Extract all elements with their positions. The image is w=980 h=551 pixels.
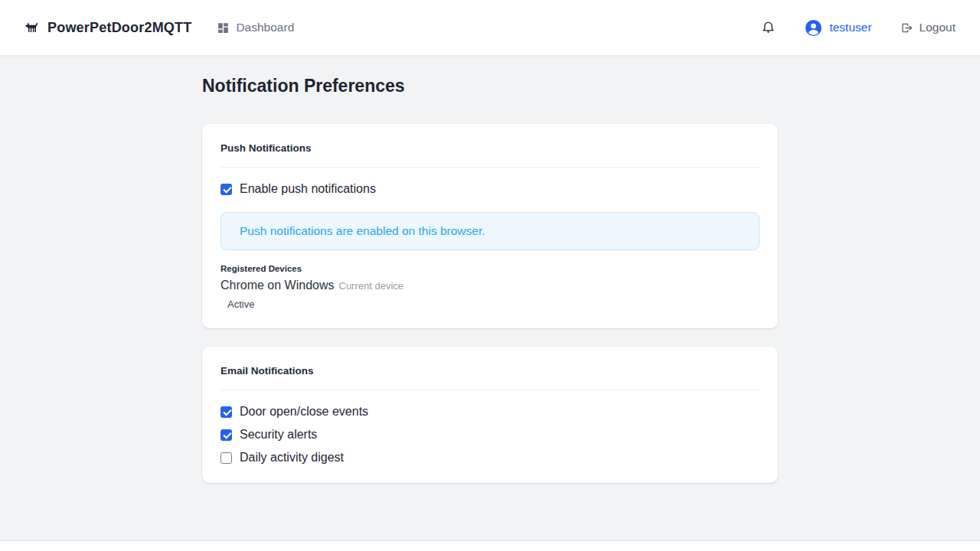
main-content: Notification Preferences Push Notificati… <box>0 56 980 540</box>
page-footer <box>0 540 980 551</box>
nav-dashboard-link[interactable]: Dashboard <box>217 21 294 34</box>
logout-button[interactable]: Logout <box>900 21 956 34</box>
email-notifications-card: Email Notifications Door open/close even… <box>202 347 778 483</box>
username: testuser <box>829 21 871 34</box>
security-alerts-label[interactable]: Security alerts <box>240 428 317 442</box>
security-alerts-checkbox[interactable] <box>220 429 232 441</box>
door-events-label[interactable]: Door open/close events <box>240 405 368 419</box>
app-header: PowerPetDoor2MQTT Dashboard <box>0 0 980 56</box>
brand: PowerPetDoor2MQTT <box>24 20 191 36</box>
notifications-bell-button[interactable] <box>760 20 776 36</box>
device-current-tag: Current device <box>339 280 404 292</box>
enable-push-row: Enable push notifications <box>220 182 760 196</box>
user-menu[interactable]: testuser <box>805 19 871 37</box>
brand-title: PowerPetDoor2MQTT <box>47 20 191 36</box>
user-avatar-icon <box>805 19 822 37</box>
email-option-row: Security alerts <box>220 428 760 442</box>
page-title: Notification Preferences <box>202 76 778 96</box>
registered-devices-label: Registered Devices <box>220 264 760 273</box>
daily-digest-label[interactable]: Daily activity digest <box>240 451 344 465</box>
email-option-row: Door open/close events <box>220 405 760 419</box>
device-status: Active <box>227 298 760 310</box>
dog-icon <box>24 20 40 35</box>
device-row: Chrome on WindowsCurrent device <box>220 279 760 292</box>
push-card-title: Push Notifications <box>220 142 760 154</box>
door-events-checkbox[interactable] <box>220 406 232 418</box>
divider <box>220 167 760 168</box>
push-notifications-card: Push Notifications Enable push notificat… <box>202 124 778 328</box>
main-nav: Dashboard <box>217 21 294 34</box>
dashboard-grid-icon <box>217 21 230 34</box>
bell-icon <box>760 20 776 36</box>
email-card-title: Email Notifications <box>220 365 760 377</box>
header-actions: testuser Logout <box>760 19 956 37</box>
divider <box>220 390 760 390</box>
nav-dashboard-label: Dashboard <box>236 21 294 34</box>
logout-icon <box>900 21 913 34</box>
email-option-row: Daily activity digest <box>220 451 760 465</box>
enable-push-checkbox[interactable] <box>220 184 232 195</box>
logout-label: Logout <box>920 21 956 34</box>
enable-push-label[interactable]: Enable push notifications <box>240 182 376 196</box>
daily-digest-checkbox[interactable] <box>220 452 232 464</box>
push-status-banner: Push notifications are enabled on this b… <box>220 212 760 250</box>
device-name: Chrome on Windows <box>220 279 335 292</box>
